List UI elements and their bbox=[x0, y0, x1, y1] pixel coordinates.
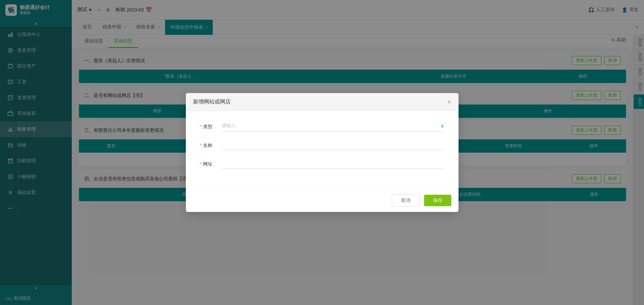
form-item-name: * 名称 bbox=[200, 140, 444, 150]
modal-body: * 类型 ∨ * 名称 * bbox=[186, 111, 459, 189]
add-website-modal: 新增网站或网店 × * 类型 ∨ * 名称 bbox=[186, 93, 459, 212]
form-item-type: * 类型 ∨ bbox=[200, 122, 444, 131]
required-mark-url: * bbox=[200, 161, 202, 167]
dropdown-icon[interactable]: ∨ bbox=[441, 123, 444, 129]
type-input[interactable] bbox=[222, 122, 441, 129]
modal-title: 新增网站或网店 bbox=[193, 98, 231, 105]
form-item-url: * 网址 bbox=[200, 159, 444, 169]
modal-footer: 取消 保存 bbox=[186, 189, 459, 212]
modal-close-button[interactable]: × bbox=[447, 99, 451, 105]
modal-overlay: 新增网站或网店 × * 类型 ∨ * 名称 bbox=[0, 0, 644, 305]
url-input-wrap bbox=[222, 159, 444, 169]
required-mark: * bbox=[200, 124, 202, 129]
modal-header: 新增网站或网店 × bbox=[186, 93, 459, 111]
form-label-url: * 网址 bbox=[200, 161, 222, 167]
form-label-type: * 类型 bbox=[200, 124, 222, 130]
save-button[interactable]: 保存 bbox=[424, 195, 451, 206]
name-input-wrap bbox=[222, 140, 444, 150]
url-input[interactable] bbox=[222, 159, 444, 167]
type-input-wrap: ∨ bbox=[222, 122, 444, 131]
form-label-name: * 名称 bbox=[200, 142, 222, 149]
required-mark-name: * bbox=[200, 143, 202, 148]
name-input[interactable] bbox=[222, 140, 444, 148]
cancel-button[interactable]: 取消 bbox=[392, 194, 420, 207]
